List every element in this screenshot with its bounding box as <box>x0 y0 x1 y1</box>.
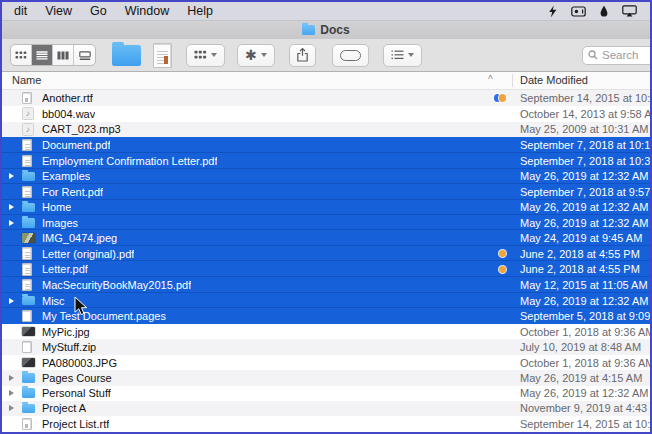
disclosure-triangle-icon[interactable] <box>9 220 14 226</box>
tag-orange-dot <box>499 94 507 102</box>
disclosure-triangle-icon[interactable] <box>9 375 14 381</box>
table-row[interactable]: Another.rtfSeptember 14, 2015 at 10:23 A… <box>2 90 650 106</box>
table-row[interactable]: For Rent.pdfSeptember 7, 2018 at 9:57 AM <box>2 184 650 200</box>
file-icon-slot <box>22 373 36 383</box>
menu-view[interactable]: View <box>36 4 81 18</box>
chevron-down-icon <box>408 53 414 57</box>
file-name: Images <box>42 217 78 229</box>
table-row[interactable]: PA080003.JPGOctober 1, 2018 at 9:36 AM <box>2 355 650 370</box>
column-divider[interactable] <box>512 74 513 87</box>
file-name: Another.rtf <box>42 92 93 104</box>
disclosure-slot[interactable] <box>9 390 22 396</box>
share-button[interactable] <box>289 44 316 67</box>
table-row[interactable]: MyStuff.zipJuly 10, 2019 at 8:48 AM <box>2 339 650 355</box>
table-row[interactable]: Project ANovember 9, 2019 at 4:43 PM <box>2 401 650 416</box>
file-icon-slot <box>22 203 36 213</box>
table-row[interactable]: MyPic.jpgOctober 1, 2018 at 9:36 AM <box>2 324 650 339</box>
table-row[interactable]: Employment Confirmation Letter.pdfSeptem… <box>2 153 650 169</box>
pdf-file-icon <box>22 263 32 276</box>
menu-help[interactable]: Help <box>178 4 222 18</box>
disclosure-triangle-icon[interactable] <box>9 405 14 411</box>
table-row[interactable]: ImagesMay 26, 2019 at 12:32 AM <box>2 215 650 230</box>
search-input[interactable]: Search <box>582 46 652 65</box>
file-icon-slot <box>22 186 36 199</box>
file-name: Project A <box>42 402 86 414</box>
audio-file-icon: ♪ <box>22 107 34 120</box>
file-icon-slot <box>22 388 36 398</box>
list-view-button[interactable] <box>32 45 53 65</box>
table-row[interactable]: ExamplesMay 26, 2019 at 12:32 AM <box>2 169 650 184</box>
rtf-file-icon <box>22 418 32 431</box>
disclosure-slot[interactable] <box>9 173 22 179</box>
column-view-button[interactable] <box>53 45 74 65</box>
file-icon-slot <box>22 310 36 323</box>
table-row[interactable]: MiscMay 26, 2019 at 12:32 AM <box>2 293 650 308</box>
file-list: Another.rtfSeptember 14, 2015 at 10:23 A… <box>2 90 650 432</box>
file-icon-slot <box>22 404 36 414</box>
droplet-icon[interactable] <box>599 5 609 18</box>
table-row[interactable]: IMG_0474.jpegMay 24, 2019 at 9:45 AM <box>2 230 650 245</box>
item-arrange-button[interactable] <box>383 44 422 67</box>
file-name: IMG_0474.jpeg <box>42 232 117 244</box>
screen-record-icon[interactable] <box>571 6 586 17</box>
dragged-folder-icon[interactable] <box>112 45 141 66</box>
table-row[interactable]: Letter (original).pdfJune 2, 2018 at 4:5… <box>2 246 650 262</box>
group-by-button[interactable] <box>186 44 225 67</box>
disclosure-triangle-icon[interactable] <box>9 173 14 179</box>
table-row[interactable]: Pages CourseMay 26, 2019 at 4:15 AM <box>2 370 650 385</box>
disclosure-slot[interactable] <box>9 375 22 381</box>
table-row[interactable]: ♪CART_023.mp3May 25, 2009 at 10:31 AM <box>2 122 650 138</box>
table-row[interactable]: Personal StuffMay 26, 2019 at 12:32 AM <box>2 386 650 401</box>
icon-view-button[interactable] <box>11 45 32 65</box>
date-modified: September 14, 2015 at 10:23 AM <box>520 92 652 104</box>
date-modified: June 2, 2018 at 4:55 PM <box>520 248 640 260</box>
date-modified: September 7, 2018 at 9:57 AM <box>520 186 652 198</box>
disclosure-slot[interactable] <box>9 298 22 304</box>
window-title: Docs <box>320 23 349 37</box>
date-modified: May 26, 2019 at 12:32 AM <box>520 295 648 307</box>
flash-icon[interactable] <box>547 5 558 18</box>
file-icon-slot <box>22 279 36 292</box>
file-name: Personal Stuff <box>42 387 111 399</box>
column-date-modified[interactable]: Date Modified <box>520 74 588 86</box>
tag-dots <box>480 266 506 274</box>
image-thumbnail-icon <box>22 358 35 368</box>
disclosure-triangle-icon[interactable] <box>9 298 14 304</box>
share-icon <box>297 48 308 62</box>
menu-edit[interactable]: dit <box>5 4 36 18</box>
table-row[interactable]: Document.pdfSeptember 7, 2018 at 10:14 A… <box>2 137 650 153</box>
file-name: Pages Course <box>42 372 112 384</box>
image-thumbnail-icon <box>22 327 35 337</box>
tags-button[interactable] <box>332 44 369 67</box>
file-icon-slot <box>22 218 36 228</box>
window-title-bar[interactable]: Docs <box>2 21 650 39</box>
table-row[interactable]: MacSecurityBookMay2015.pdfMay 12, 2015 a… <box>2 277 650 293</box>
table-row[interactable]: ♪bb004.wavOctober 14, 2013 at 9:58 AM <box>2 106 650 122</box>
date-modified: September 7, 2018 at 10:14 AM <box>520 139 652 151</box>
file-name: Employment Confirmation Letter.pdf <box>42 155 217 167</box>
file-name: bb004.wav <box>42 108 95 120</box>
dragged-document-icon[interactable] <box>153 43 172 68</box>
column-name[interactable]: Name <box>12 74 41 86</box>
toolbar: ✱ Search <box>2 39 650 72</box>
table-row[interactable]: Letter.pdfJune 2, 2018 at 4:55 PM <box>2 261 650 277</box>
tag-dots <box>480 250 506 258</box>
disclosure-slot[interactable] <box>9 204 22 210</box>
table-row[interactable]: Project List.rtfSeptember 14, 2015 at 10… <box>2 416 650 432</box>
coverflow-view-button[interactable] <box>74 45 95 65</box>
disclosure-slot[interactable] <box>9 405 22 411</box>
date-modified: September 14, 2015 at 10:23 AM <box>520 418 652 430</box>
menu-go[interactable]: Go <box>81 4 116 18</box>
disclosure-slot[interactable] <box>9 220 22 226</box>
disclosure-triangle-icon[interactable] <box>9 390 14 396</box>
airplay-display-icon[interactable] <box>622 5 637 17</box>
file-name: Letter.pdf <box>42 263 88 275</box>
action-gear-button[interactable]: ✱ <box>237 44 275 67</box>
menu-window[interactable]: Window <box>116 4 178 18</box>
disclosure-triangle-icon[interactable] <box>9 204 14 210</box>
date-modified: May 26, 2019 at 4:15 AM <box>520 372 642 384</box>
file-icon-slot <box>22 92 36 105</box>
table-row[interactable]: HomeMay 26, 2019 at 12:32 AM <box>2 200 650 215</box>
tag-orange-dot <box>499 250 507 258</box>
table-row[interactable]: My Test Document.pagesSeptember 5, 2018 … <box>2 308 650 324</box>
